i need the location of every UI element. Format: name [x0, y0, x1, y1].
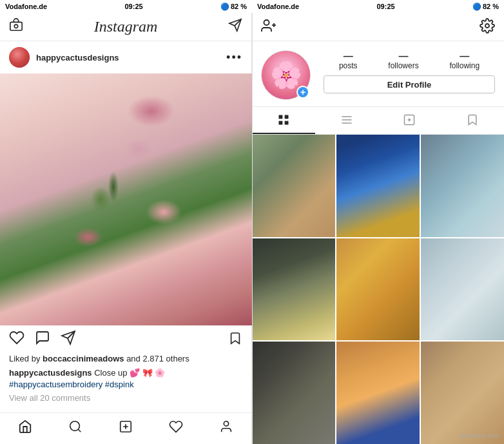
photo-cell-6[interactable] — [421, 238, 504, 341]
tab-grid[interactable] — [252, 107, 315, 134]
post-likes: Liked by boccaccinimeadows and 2.871 oth… — [0, 354, 251, 366]
svg-rect-0 — [10, 22, 22, 30]
svg-point-1 — [14, 24, 18, 28]
view-comments-link[interactable]: View all 20 comments — [0, 392, 251, 404]
nav-heart[interactable] — [169, 420, 183, 438]
post-more-button[interactable]: ••• — [226, 51, 242, 64]
posts-label: posts — [339, 61, 358, 70]
stat-followers[interactable]: — followers — [388, 50, 418, 70]
stat-posts: — posts — [339, 50, 358, 70]
followers-label: followers — [388, 61, 418, 70]
nav-search[interactable] — [68, 420, 82, 438]
svg-point-7 — [224, 421, 228, 426]
photo-cell-9[interactable] — [421, 342, 504, 444]
post-actions — [0, 325, 251, 354]
battery-left: 🔵 82 % — [220, 3, 247, 11]
add-people-icon[interactable] — [261, 18, 276, 36]
svg-point-2 — [70, 421, 80, 431]
nav-profile[interactable] — [219, 420, 233, 438]
battery-right: 🔵 82 % — [472, 3, 499, 11]
settings-icon[interactable] — [480, 18, 495, 36]
panel-divider — [252, 0, 253, 444]
svg-line-3 — [78, 429, 81, 432]
svg-rect-13 — [285, 115, 289, 119]
camera-icon[interactable] — [9, 18, 23, 36]
post-image[interactable] — [0, 73, 252, 325]
photo-cell-1[interactable] — [252, 135, 335, 237]
tab-list[interactable] — [315, 107, 378, 134]
time-left: 09:25 — [124, 3, 142, 10]
profile-stats: — posts — followers — following Edit Pro… — [324, 50, 495, 93]
svg-rect-14 — [278, 121, 282, 125]
status-bar-right: Vodafone.de 09:25 🔵 82 % — [252, 0, 504, 13]
post-action-left — [9, 330, 76, 349]
like-icon[interactable] — [9, 330, 24, 349]
tab-tag[interactable] — [378, 107, 441, 134]
right-header — [252, 13, 504, 41]
caption-username[interactable]: happycactusdesigns — [9, 368, 92, 378]
posts-count: — — [344, 50, 353, 61]
svg-point-11 — [485, 24, 489, 28]
hashtags[interactable]: #happycactusembroidery #dspink — [9, 380, 134, 389]
photo-grid — [252, 135, 504, 444]
liked-by-username[interactable]: boccaccinimeadows — [43, 354, 124, 363]
profile-info: 🌸 + — posts — followers — following Edit… — [252, 41, 504, 106]
following-label: following — [449, 61, 480, 70]
share-icon[interactable] — [61, 330, 76, 349]
direct-messages-icon[interactable] — [228, 18, 242, 35]
carrier-left: Vodafone.de — [5, 3, 47, 10]
post-user-avatar[interactable] — [9, 47, 30, 68]
photo-cell-4[interactable] — [252, 238, 335, 341]
followers-count: — — [398, 50, 408, 61]
post-user-row: happycactusdesigns ••• — [0, 41, 251, 73]
following-count: — — [460, 50, 469, 61]
right-panel: Vodafone.de 09:25 🔵 82 % 🌸 + — pos — [252, 0, 504, 444]
add-story-button[interactable]: + — [296, 86, 309, 99]
edit-profile-button[interactable]: Edit Profile — [324, 75, 495, 93]
left-header: Instagram — [0, 13, 251, 41]
photo-cell-3[interactable] — [421, 135, 504, 237]
avatar-image — [9, 47, 30, 68]
photo-cell-8[interactable] — [336, 342, 420, 444]
status-bar-left: Vodafone.de 09:25 🔵 82 % — [0, 0, 252, 13]
nav-home[interactable] — [18, 420, 32, 438]
post-user-info: happycactusdesigns — [9, 47, 119, 68]
svg-rect-15 — [285, 121, 289, 125]
instagram-logo: Instagram — [94, 18, 158, 35]
comment-icon[interactable] — [35, 330, 50, 349]
time-right: 09:25 — [376, 3, 394, 10]
profile-avatar-wrap: 🌸 + — [261, 50, 311, 100]
stat-following[interactable]: — following — [449, 50, 480, 70]
photo-cell-2[interactable] — [336, 135, 420, 237]
carrier-right: Vodafone.de — [257, 3, 299, 10]
post-username[interactable]: happycactusdesigns — [36, 53, 119, 63]
footer-watermark: 365electric.com — [458, 432, 499, 439]
nav-add[interactable] — [119, 420, 133, 438]
svg-rect-12 — [278, 115, 282, 119]
left-panel: Vodafone.de 09:25 🔵 82 % Instagram happy… — [0, 0, 252, 444]
svg-point-8 — [264, 20, 269, 25]
bookmark-icon[interactable] — [228, 331, 242, 349]
tab-bookmark[interactable] — [441, 107, 504, 134]
left-bottom-nav — [0, 412, 251, 444]
stats-row: — posts — followers — following — [324, 50, 495, 70]
post-caption: happycactusdesigns Close up 💕 🎀 🌸 #happy… — [0, 366, 251, 392]
photo-cell-7[interactable] — [252, 342, 335, 444]
photo-cell-5[interactable] — [336, 238, 420, 341]
grid-tabs — [252, 106, 504, 135]
caption-text: Close up 💕 🎀 🌸 — [94, 368, 165, 378]
